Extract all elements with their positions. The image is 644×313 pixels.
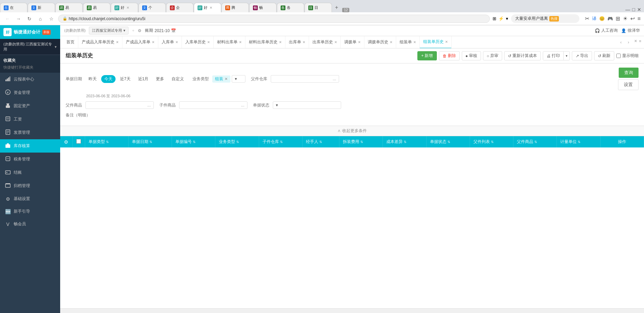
sidebar-logo[interactable]: 好 畅捷通好会计 新版 xyxy=(0,25,60,39)
nav-tab-close-9[interactable]: ✕ xyxy=(358,40,361,44)
nav-tab-prod-inbound-history[interactable]: 产成品入库单历史 ✕ xyxy=(78,36,122,48)
user-area[interactable]: 👤 徐泽华 xyxy=(621,28,640,33)
nav-tab-outbound[interactable]: 出库单 ✕ xyxy=(285,36,309,48)
browser-tab-8[interactable]: 好 好 ✕ xyxy=(194,3,221,12)
close-button[interactable]: ✕ xyxy=(637,7,641,12)
order-status-dropdown[interactable]: ▾ xyxy=(273,101,341,109)
sidebar-item-payroll[interactable]: 工资 xyxy=(0,113,60,126)
sidebar-item-invoice[interactable]: 发票管理 xyxy=(0,126,60,139)
grid-icon[interactable]: ⊞ xyxy=(616,15,620,22)
date-btn-yesterday[interactable]: 昨天 xyxy=(85,75,100,83)
scissors-icon[interactable]: ✂ xyxy=(585,15,589,22)
maximize-button[interactable]: □ xyxy=(632,7,635,12)
sidebar-item-settings[interactable]: ⚙ 基础设置 xyxy=(0,193,60,205)
nav-tab-close-12[interactable]: ✕ xyxy=(445,40,448,44)
browser-tab-3[interactable]: 易 易 xyxy=(55,3,83,12)
nav-tab-prod-inbound[interactable]: 产成品入库单 ✕ xyxy=(122,36,158,48)
tab-close-8[interactable]: ✕ xyxy=(210,6,212,10)
refresh-button[interactable]: ↺ 刷新 xyxy=(594,51,614,60)
nav-tab-close-10[interactable]: ✕ xyxy=(390,40,392,44)
th-disassembly-fee[interactable]: 拆装费用⇅ xyxy=(339,136,383,147)
th-biz-type[interactable]: 业务类型⇅ xyxy=(215,136,259,147)
nav-next-arrow[interactable]: › xyxy=(625,39,632,46)
audit-button[interactable]: ● 审核 xyxy=(462,51,481,60)
browser-tab-2[interactable]: 文 新 xyxy=(28,3,55,12)
th-type[interactable]: 单据类型⇅ xyxy=(85,136,128,147)
th-checkbox[interactable] xyxy=(72,136,85,147)
browser-tab-4[interactable]: 易 易 xyxy=(83,3,110,12)
business-type-dropdown[interactable]: ▾ xyxy=(232,75,245,83)
th-cost-diff[interactable]: 成本差异⇅ xyxy=(383,136,426,147)
nav-tab-inbound-history[interactable]: 入库单历史 ✕ xyxy=(182,36,214,48)
favorites-subtitle[interactable]: 快捷键打开收藏夹 xyxy=(3,65,57,70)
parent-goods-more[interactable]: ... xyxy=(147,103,151,108)
th-handler[interactable]: 经手人⇅ xyxy=(302,136,339,147)
nav-tab-material-outbound-history[interactable]: 材料出库单历史 ✕ xyxy=(245,36,285,48)
recalc-button[interactable]: ↺ 重新计算成本 xyxy=(504,51,541,60)
browser-tab-6[interactable]: 文 个 xyxy=(138,3,166,12)
sidebar-item-finance[interactable]: ¥ 资金管理 xyxy=(0,86,60,99)
date-btn-1month[interactable]: 近1月 xyxy=(135,75,152,83)
nav-tab-close-5[interactable]: ✕ xyxy=(239,40,242,44)
new-tab-button[interactable]: + xyxy=(332,3,341,12)
sidebar-item-inventory[interactable]: 库存核算 xyxy=(0,139,60,153)
lightning-icon[interactable]: ⚡ xyxy=(498,16,504,21)
browser-tab-5[interactable]: 好 好 ✕ xyxy=(111,3,138,12)
browser-tab-7[interactable]: 企 企 xyxy=(166,3,193,12)
date-btn-7days[interactable]: 近7天 xyxy=(117,75,134,83)
url-box[interactable]: 🔒 https://cloud.chanjet.com/accounting/u… xyxy=(58,15,490,23)
th-number[interactable]: 单据编号⇅ xyxy=(172,136,215,147)
th-child-warehouse[interactable]: 子件仓库⇅ xyxy=(259,136,302,147)
show-detail-checkbox[interactable] xyxy=(616,54,621,58)
browser-tab-11[interactable]: 各 各 xyxy=(277,3,304,12)
nav-tab-close-1[interactable]: ✕ xyxy=(116,40,119,44)
home-button[interactable]: ⌂ xyxy=(36,15,44,23)
nav-tab-close-2[interactable]: ✕ xyxy=(152,40,155,44)
refresh-button[interactable]: ↻ xyxy=(25,15,33,23)
th-parent-goods[interactable]: 父件商品⇅ xyxy=(513,136,557,147)
undo-icon[interactable]: ↩ xyxy=(630,15,635,22)
query-button[interactable]: 查询 xyxy=(619,68,639,78)
date-btn-today[interactable]: 今天 xyxy=(101,75,116,83)
nav-tab-close-8[interactable]: ✕ xyxy=(334,40,337,44)
company-selector[interactable]: (勿删勿禁用) 江西服宝测试专用 ▾ xyxy=(0,39,60,55)
sidebar-item-assets[interactable]: 固定资产 xyxy=(0,99,60,113)
dropdown-arrow[interactable]: ▾ xyxy=(506,16,508,21)
apps-icon[interactable]: ⊞ xyxy=(493,16,496,21)
tab-close-5[interactable]: ✕ xyxy=(126,6,129,10)
nav-tab-transfer[interactable]: 调拨单 ✕ xyxy=(341,36,364,48)
forward-button[interactable]: → xyxy=(14,15,23,23)
child-goods-input[interactable]: ... xyxy=(179,101,247,109)
sidebar-item-archive[interactable]: 归档管理 xyxy=(0,179,60,193)
settings-button[interactable]: 设置 xyxy=(618,79,639,90)
browser-tab-9[interactable]: 腾 腾 xyxy=(222,3,249,12)
sidebar-item-member[interactable]: V 畅会员 xyxy=(0,218,60,230)
nav-tab-assembly[interactable]: 组装单 ✕ xyxy=(396,36,420,48)
browser-tab-1[interactable]: 在 在 xyxy=(0,3,27,12)
business-type-tag-close[interactable]: ✕ xyxy=(225,77,228,81)
nav-prev-arrow[interactable]: ‹ xyxy=(618,39,625,46)
sidebar-item-tax[interactable]: 税务管理 xyxy=(0,153,60,166)
parent-warehouse-input[interactable]: ... xyxy=(271,75,339,83)
sidebar-item-account[interactable]: 结账 xyxy=(0,166,60,179)
nav-tab-close-7[interactable]: ✕ xyxy=(303,40,305,44)
nav-tab-home[interactable]: 首页 xyxy=(63,36,78,48)
collapse-bar[interactable]: ∧ 收起更多条件 xyxy=(60,126,644,136)
print-button[interactable]: 🖨 打印 xyxy=(543,52,564,60)
show-detail-checkbox-label[interactable]: 显示明细 xyxy=(616,53,639,59)
export-button[interactable]: ↗ 导出 xyxy=(572,51,592,60)
parent-goods-input[interactable]: ... xyxy=(85,101,154,109)
th-order-status[interactable]: 单据状态⇅ xyxy=(426,136,470,147)
calendar-icon[interactable]: 📅 xyxy=(171,28,176,33)
date-btn-more[interactable]: 更多 xyxy=(153,75,167,83)
date-btn-custom[interactable]: 自定义 xyxy=(169,75,187,83)
gear-icon[interactable]: ⚙ xyxy=(138,28,142,33)
nav-tab-inbound[interactable]: 入库单 ✕ xyxy=(158,36,182,48)
back-button[interactable]: ← xyxy=(3,15,12,23)
translate-icon[interactable]: 译 xyxy=(592,16,596,22)
nav-tab-assembly-history[interactable]: 组装单历史 ✕ xyxy=(420,36,452,48)
nav-tab-close-6[interactable]: ✕ xyxy=(279,40,282,44)
nav-more[interactable]: ≡ xyxy=(639,39,641,46)
emoji-icon[interactable]: 😊 xyxy=(599,16,605,21)
star-button[interactable]: ☆ xyxy=(47,15,55,23)
